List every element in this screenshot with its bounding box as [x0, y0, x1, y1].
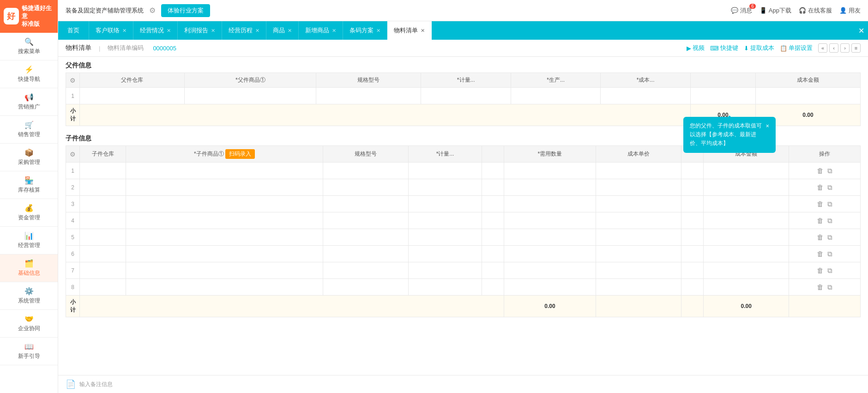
child-row-2-warehouse[interactable]	[80, 179, 126, 196]
sidebar-item-system[interactable]: ⚙️ 系统管理	[0, 282, 58, 310]
child-row-7-warehouse[interactable]	[80, 262, 126, 279]
child-row-5-product[interactable]	[126, 229, 323, 246]
child-col-settings-icon[interactable]: ⚙	[70, 151, 76, 158]
app-download-btn[interactable]: 📱 App下载	[760, 6, 791, 15]
shortcut-action[interactable]: ⌨ 快捷键	[710, 44, 738, 52]
close-all-btn[interactable]: ✕	[858, 26, 868, 35]
child-row-1-unit[interactable]	[409, 163, 482, 179]
sidebar-item-marketing[interactable]: 📢 营销推广	[0, 88, 58, 116]
child-row-7-unit[interactable]	[409, 262, 482, 279]
sidebar-item-finance[interactable]: 💰 资金管理	[0, 199, 58, 227]
parent-row-1-unit[interactable]	[421, 88, 511, 104]
child-row-8-required-qty[interactable]	[504, 279, 596, 296]
child-row-1-required-qty[interactable]	[504, 163, 596, 179]
delete-row-1-btn[interactable]: 🗑	[816, 166, 825, 175]
child-row-1-warehouse[interactable]	[80, 163, 126, 179]
child-row-3-unit-cost[interactable]	[596, 196, 681, 212]
child-row-6-unit[interactable]	[409, 246, 482, 262]
child-row-1-unit-cost[interactable]	[596, 163, 681, 179]
tab-home[interactable]: 首页	[58, 21, 89, 40]
child-row-7-required-qty[interactable]	[504, 262, 596, 279]
child-row-5-unit[interactable]	[409, 229, 482, 246]
child-row-5-required-qty[interactable]	[504, 229, 596, 246]
child-row-7-spec[interactable]	[323, 262, 409, 279]
sidebar-item-purchase[interactable]: 📦 采购管理	[0, 144, 58, 171]
sidebar-item-search[interactable]: 🔍 搜索菜单	[0, 33, 58, 60]
parent-row-1-product[interactable]	[185, 88, 316, 104]
child-row-5-spec[interactable]	[323, 229, 409, 246]
sidebar-item-collab[interactable]: 🤝 企业协同	[0, 310, 58, 338]
tab-profit[interactable]: 利润报告 ✕	[178, 21, 222, 40]
child-row-2-unit[interactable]	[409, 179, 482, 196]
child-row-3-product[interactable]	[126, 196, 323, 212]
scan-btn[interactable]: 扫码录入	[225, 149, 255, 159]
extract-cost-action[interactable]: ⬇ 提取成本	[744, 44, 774, 52]
sidebar-item-operations[interactable]: 📊 经营管理	[0, 227, 58, 254]
trial-btn[interactable]: 体验行业方案	[161, 4, 210, 17]
child-row-3-unit[interactable]	[409, 196, 482, 212]
child-row-4-unit-cost[interactable]	[596, 212, 681, 229]
child-col-settings[interactable]: ⚙	[66, 146, 80, 163]
close-tab-bom[interactable]: ✕	[421, 28, 425, 34]
child-row-4-warehouse[interactable]	[80, 212, 126, 229]
tab-barcode[interactable]: 条码方案 ✕	[343, 21, 387, 40]
tab-history[interactable]: 经营历程 ✕	[222, 21, 266, 40]
tab-bom[interactable]: 物料清单 ✕	[387, 21, 432, 40]
copy-row-1-btn[interactable]: ⧉	[826, 166, 833, 176]
child-row-4-product[interactable]	[126, 212, 323, 229]
prev-first-btn[interactable]: «	[818, 43, 827, 53]
next-last-btn[interactable]: ≡	[851, 43, 861, 53]
tab-goods[interactable]: 商品 ✕	[266, 21, 299, 40]
child-row-6-spec[interactable]	[323, 246, 409, 262]
delete-row-4-btn[interactable]: 🗑	[816, 216, 825, 225]
child-row-8-spec[interactable]	[323, 279, 409, 296]
child-row-2-product[interactable]	[126, 179, 323, 196]
copy-row-5-btn[interactable]: ⧉	[826, 232, 833, 242]
sidebar-item-quick-nav[interactable]: ⚡ 快捷导航	[0, 60, 58, 88]
close-tab-barcode[interactable]: ✕	[376, 28, 380, 34]
child-row-2-spec[interactable]	[323, 179, 409, 196]
delete-row-2-btn[interactable]: 🗑	[816, 182, 825, 192]
child-row-5-warehouse[interactable]	[80, 229, 126, 246]
child-row-1-product[interactable]	[126, 163, 323, 179]
close-tab-add-goods[interactable]: ✕	[332, 28, 336, 34]
child-row-2-unit-cost[interactable]	[596, 179, 681, 196]
child-row-6-required-qty[interactable]	[504, 246, 596, 262]
child-row-5-unit-cost[interactable]	[596, 229, 681, 246]
prev-btn[interactable]: ‹	[829, 43, 838, 53]
tab-add-goods[interactable]: 新增商品 ✕	[299, 21, 343, 40]
child-row-7-unit-cost[interactable]	[596, 262, 681, 279]
child-row-7-product[interactable]	[126, 262, 323, 279]
child-row-8-unit[interactable]	[409, 279, 482, 296]
copy-row-4-btn[interactable]: ⧉	[826, 216, 833, 226]
parent-row-1-warehouse[interactable]	[80, 88, 185, 104]
close-tab-history[interactable]: ✕	[255, 28, 259, 34]
parent-col-settings[interactable]: ⚙	[66, 73, 80, 88]
close-tab-operations[interactable]: ✕	[167, 28, 171, 34]
delete-row-8-btn[interactable]: 🗑	[816, 282, 825, 292]
close-tab-customer[interactable]: ✕	[122, 28, 127, 34]
col-settings-icon[interactable]: ⚙	[70, 77, 76, 84]
next-btn[interactable]: ›	[840, 43, 850, 53]
sidebar-item-basic-info[interactable]: 🗂️ 基础信息	[0, 254, 58, 282]
parent-row-1-spec[interactable]	[316, 88, 421, 104]
view-action[interactable]: ▶ 视频	[687, 44, 705, 52]
copy-row-8-btn[interactable]: ⧉	[826, 282, 833, 292]
child-row-3-required-qty[interactable]	[504, 196, 596, 212]
settings-icon[interactable]: ⚙	[149, 6, 156, 15]
delete-row-5-btn[interactable]: 🗑	[816, 232, 825, 242]
copy-row-7-btn[interactable]: ⧉	[826, 266, 833, 276]
copy-row-6-btn[interactable]: ⧉	[826, 249, 833, 259]
sidebar-item-guide[interactable]: 📖 新手引导	[0, 338, 58, 365]
tooltip-close-btn[interactable]: ×	[766, 121, 769, 131]
tab-operations[interactable]: 经营情况 ✕	[133, 21, 178, 40]
user-btn[interactable]: 👤 用友	[839, 6, 861, 15]
child-row-2-required-qty[interactable]	[504, 179, 596, 196]
child-row-8-warehouse[interactable]	[80, 279, 126, 296]
sidebar-item-inventory[interactable]: 🏪 库存核算	[0, 171, 58, 199]
child-row-1-spec[interactable]	[323, 163, 409, 179]
child-row-3-warehouse[interactable]	[80, 196, 126, 212]
child-row-8-product[interactable]	[126, 279, 323, 296]
child-row-4-unit[interactable]	[409, 212, 482, 229]
parent-row-1-cost[interactable]	[601, 88, 690, 104]
